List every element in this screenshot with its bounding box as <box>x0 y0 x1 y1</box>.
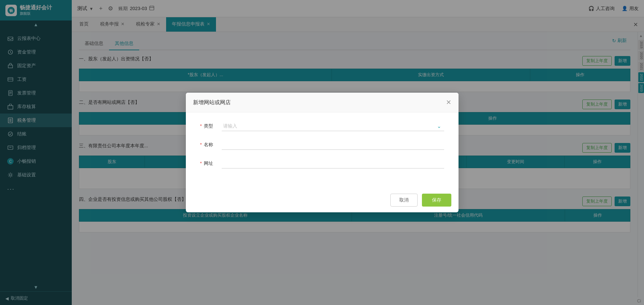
type-input[interactable] <box>222 121 444 131</box>
type-control: ⌄ <box>222 121 444 131</box>
dropdown-arrow-icon[interactable]: ⌄ <box>437 123 441 129</box>
url-input[interactable] <box>222 158 444 168</box>
name-input[interactable] <box>222 140 444 150</box>
form-field-url: * 网址 <box>200 158 444 168</box>
form-field-name: * 名称 <box>200 140 444 150</box>
name-control <box>222 140 444 150</box>
modal-overlay[interactable]: 新增网站或网店 ✕ * 类型 ⌄ * 名称 <box>0 0 644 305</box>
url-control <box>222 158 444 168</box>
save-button[interactable]: 保存 <box>422 194 451 207</box>
type-label: * 类型 <box>200 123 222 129</box>
modal-header: 新增网站或网店 ✕ <box>186 93 459 112</box>
form-field-type: * 类型 ⌄ <box>200 121 444 131</box>
cancel-button[interactable]: 取消 <box>390 194 418 207</box>
modal-footer: 取消 保存 <box>186 188 459 212</box>
modal-close-btn[interactable]: ✕ <box>446 98 451 106</box>
modal-body: * 类型 ⌄ * 名称 * <box>186 112 459 188</box>
modal-add-website: 新增网站或网店 ✕ * 类型 ⌄ * 名称 <box>186 93 459 212</box>
name-label: * 名称 <box>200 142 222 148</box>
url-label: * 网址 <box>200 160 222 167</box>
modal-title: 新增网站或网店 <box>193 99 231 106</box>
